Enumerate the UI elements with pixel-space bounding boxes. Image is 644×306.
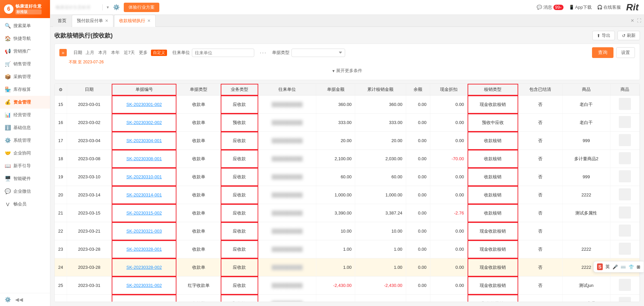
row-product: 123D商品	[562, 295, 610, 302]
row-amount: 1.00	[316, 258, 355, 277]
sidebar: 6 畅康道好生意 标推版 🔍搜索菜单🏠快捷导航📢营销推广🛒销售管理📦采购管理🏪库…	[0, 0, 50, 306]
sidebar-item-search[interactable]: 🔍搜索菜单	[0, 19, 50, 32]
sidebar-item-marketing[interactable]: 📢营销推广	[0, 45, 50, 58]
sidebar-item-system[interactable]: ⚙️系统管理	[0, 134, 50, 147]
export-btn[interactable]: ⬆ 导出	[592, 31, 615, 40]
filter-voucher-type-select[interactable]	[291, 49, 345, 57]
row-partner: ██████████	[258, 295, 316, 302]
online-service-btn[interactable]: 🎧 在线客服	[597, 4, 621, 10]
sidebar-item-guide[interactable]: 📖新手引导	[0, 160, 50, 172]
partner-blurred: ██████████	[272, 192, 303, 197]
row-biz-type: 应收款	[221, 258, 258, 277]
mobile-icon: 📱	[569, 5, 574, 10]
sidebar-item-quick[interactable]: 🏠快捷导航	[0, 32, 50, 45]
mic-icon[interactable]: 🎤	[612, 264, 618, 269]
app-download-btn[interactable]: 📱 App下载	[569, 4, 592, 10]
partner-blurred: ██████████	[272, 301, 303, 302]
logo-title: 畅康道好生意	[15, 4, 42, 9]
sidebar-item-basic[interactable]: ℹ️基础信息	[0, 121, 50, 134]
doc-no-link[interactable]: SK-20230315-002	[126, 210, 162, 216]
tab-home[interactable]: 首页	[53, 15, 71, 27]
sidebar-item-member[interactable]: V畅会员	[0, 198, 50, 210]
tab-prepay[interactable]: 预付款应付单 ✕	[72, 15, 113, 27]
doc-no-link[interactable]: SK-20230310-001	[126, 174, 162, 179]
filter-partner-input[interactable]	[192, 49, 254, 57]
refresh-btn[interactable]: ↺ 刷新	[618, 31, 640, 40]
table-row: 22 2023-03-21 SK-20230321-003 收款单 应收款 ██…	[55, 222, 640, 240]
doc-no-link[interactable]: SK-20230321-003	[126, 229, 162, 234]
row-cash-discount: 0.00	[430, 186, 468, 204]
row-include-settled: 否	[518, 222, 562, 240]
row-doc-type: 收款单	[176, 150, 221, 168]
topbar-chevron-down-icon[interactable]: ▾	[107, 5, 109, 10]
settings-btn[interactable]: 设置	[616, 47, 635, 58]
sidebar-item-wechat[interactable]: 💬企业微信	[0, 185, 50, 198]
sidebar-item-label-finance: 资金管理	[13, 99, 31, 105]
logo-text: 畅康道好生意 标推版	[15, 4, 42, 15]
doc-no-link[interactable]: SK-20230308-001	[126, 156, 162, 161]
doc-no-link[interactable]: SK-20230304-001	[126, 138, 162, 143]
row-num: 16	[55, 114, 67, 132]
close-all-icon[interactable]: ✕	[631, 18, 634, 23]
row-cash-discount: 0.00	[430, 240, 468, 258]
keyboard-icon[interactable]: ⌨️	[621, 264, 626, 269]
expand-tabs-icon[interactable]: ⛶	[637, 18, 641, 23]
col-settings[interactable]: ⚙	[55, 84, 67, 96]
refresh-icon: ↺	[622, 33, 626, 38]
filter-date-this-year[interactable]: 本年	[110, 49, 121, 56]
doc-no-link[interactable]: SK-20230403-002	[126, 301, 162, 302]
filter-partner: 往来单位	[172, 49, 254, 57]
expand-conditions-row: ▾ 展开更多条件	[59, 66, 635, 75]
row-num: 23	[55, 240, 67, 258]
sidebar-item-inventory[interactable]: 🏪库存核算	[0, 83, 50, 96]
doc-no-link[interactable]: SK-20230301-002	[126, 102, 162, 107]
tab-prepay-close-icon[interactable]: ✕	[105, 18, 108, 23]
doc-no-link[interactable]: SK-20230314-001	[126, 192, 162, 197]
filter-date-more[interactable]: 更多	[138, 49, 149, 56]
row-balance: 0.00	[406, 186, 430, 204]
expand-arrow-btn[interactable]: »	[59, 49, 67, 56]
row-balance: 0.00	[406, 222, 430, 240]
filter-date-label: 日期	[73, 50, 82, 56]
partner-blurred: ██████████	[272, 229, 303, 234]
sidebar-item-corp[interactable]: 🤝企业协同	[0, 147, 50, 160]
row-date: 2023-03-01	[67, 96, 112, 114]
partner-blurred: ██████████	[272, 265, 303, 270]
row-include-settled: 否	[518, 204, 562, 222]
filter-date-last-month[interactable]: 上月	[84, 49, 96, 56]
col-partner: 往来单位	[258, 84, 316, 96]
row-doc-no: SK-20230308-001	[112, 150, 177, 168]
topbar-gear-icon[interactable]: ⚙️	[113, 4, 120, 10]
sidebar-item-label-basic: 基础信息	[13, 125, 31, 131]
sidebar-item-purchase[interactable]: 📦采购管理	[0, 70, 50, 83]
solution-btn[interactable]: 体验行业方案	[124, 3, 159, 12]
doc-no-link[interactable]: SK-20230328-001	[126, 247, 162, 252]
tab-receipt-verify[interactable]: 收款核销执行 ✕	[114, 15, 156, 27]
col-amount: 单据金额	[316, 84, 355, 96]
doc-no-link[interactable]: SK-20230302-002	[126, 120, 162, 125]
page-header: 收款核销执行(按收款) ⬆ 导出 ↺ 刷新	[54, 31, 640, 40]
shirt-icon[interactable]: 👕	[629, 264, 634, 269]
sidebar-item-operations[interactable]: 📊经营管理	[0, 109, 50, 121]
sidebar-item-finance[interactable]: 💰资金管理	[0, 96, 50, 109]
doc-no-link[interactable]: SK-20230331-002	[126, 283, 162, 288]
sidebar-item-hardware[interactable]: 🖥️智能硬件	[0, 172, 50, 185]
partner-blurred: ██████████	[272, 138, 303, 143]
collapse-icon[interactable]: ◀◀	[15, 297, 23, 303]
filter-date-7days[interactable]: 近7天	[122, 49, 136, 56]
filter-date-this-month[interactable]: 本月	[97, 49, 108, 56]
tab-receipt-verify-close-icon[interactable]: ✕	[147, 18, 151, 23]
doc-no-link[interactable]: SK-20230328-002	[126, 265, 162, 270]
filter-date-custom[interactable]: 自定义	[151, 50, 167, 56]
query-btn[interactable]: 查询	[592, 47, 613, 58]
page-content: 收款核销执行(按收款) ⬆ 导出 ↺ 刷新 » 日期 上月	[50, 27, 644, 306]
settings-icon[interactable]: ⚙️	[5, 297, 11, 303]
sidebar-item-label-system: 系统管理	[13, 137, 31, 143]
grid-icon[interactable]: ⊞	[637, 264, 640, 269]
page-title: 收款核销执行(按收款)	[54, 32, 113, 40]
messages-btn[interactable]: 💬 消息 99+	[537, 4, 564, 10]
expand-conditions-btn[interactable]: ▾ 展开更多条件	[332, 68, 362, 74]
sidebar-item-sales[interactable]: 🛒销售管理	[0, 58, 50, 70]
row-product: 测试jun	[562, 277, 610, 295]
row-doc-no: SK-20230403-002	[112, 295, 177, 302]
